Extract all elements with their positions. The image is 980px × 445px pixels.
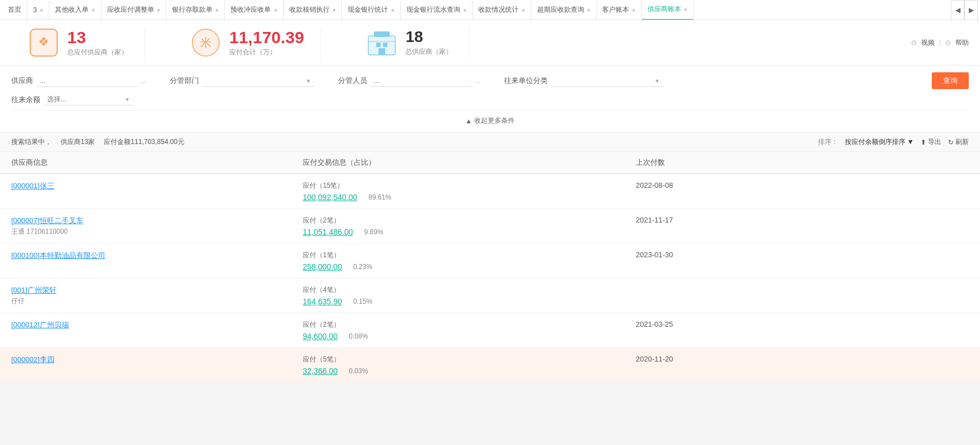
nav-tab-bank-deposit[interactable]: 银行存取款单 ×: [167, 0, 225, 20]
nav-tab-ar-ap-adjust[interactable]: 应收应付调整单 ×: [101, 0, 167, 20]
result-amount: 应付金额111,703,854.00元: [104, 137, 184, 147]
supplier-input[interactable]: [36, 75, 137, 87]
filter-row-2: 往来余额 ▼: [11, 94, 969, 105]
nav-tab-supplier-ledger[interactable]: 供应商账本 ×: [642, 0, 694, 20]
category-select-wrapper: ▼: [551, 75, 663, 87]
payable-supplier-icon: ❖: [28, 27, 59, 58]
nav-tab-other-income[interactable]: 其他收入单 ×: [49, 0, 101, 20]
total-suppliers-count: 18: [405, 29, 452, 46]
tx-amount[interactable]: 11,051,486.00: [303, 228, 353, 237]
nav-tab-3[interactable]: 3 ×: [27, 0, 49, 20]
filter-area: 供应商 ... 分管部门 ▼ 分管人员 ... 往来单位分类 ▼ 查询 往来: [0, 66, 980, 133]
supplier-label: 供应商: [11, 76, 33, 86]
total-supplier-icon: [366, 27, 397, 58]
nav-tab-cash-bank-stat[interactable]: 现金银行统计 ×: [342, 0, 400, 20]
nav-next-arrow[interactable]: ▶: [964, 0, 978, 20]
close-tab-prepay-ar[interactable]: ×: [274, 7, 277, 13]
collapse-icon: ▲: [465, 117, 472, 125]
result-prefix: 搜索结果中，: [11, 137, 52, 147]
svg-text:❖: ❖: [38, 35, 49, 49]
nav-tab-cash-bank-flow[interactable]: 现金银行流水查询 ×: [401, 0, 473, 20]
tx-amount[interactable]: 100,092,540.00: [303, 193, 357, 202]
stat-payable-amount: 米 11,170.39 应付合计（万）: [145, 27, 321, 58]
nav-tab-customer-ledger[interactable]: 客户账本 ×: [597, 0, 641, 20]
sort-label: 排序：: [818, 137, 838, 147]
stat-payable-suppliers: ❖ 13 总应付供应商（家）: [11, 27, 145, 58]
payable-suppliers-label: 总应付供应商（家）: [67, 48, 128, 57]
tx-amount[interactable]: 32,366.00: [303, 367, 338, 376]
supplier-filter: 供应商 ...: [11, 75, 146, 87]
balance-input[interactable]: [44, 94, 133, 105]
close-tab-collection-verify[interactable]: ×: [332, 7, 336, 13]
nav-tab-prepay-ar[interactable]: 预收冲应收单 ×: [225, 0, 283, 20]
tx-label: 应付（2笔）: [303, 216, 636, 225]
svg-rect-6: [376, 43, 381, 47]
supplier-info-cell: [000001]张三: [11, 181, 303, 191]
help-link[interactable]: 帮助: [955, 38, 969, 48]
tx-amount[interactable]: 164,635.90: [303, 297, 342, 306]
last-pay-cell: 2022-08-08: [636, 181, 969, 189]
payable-amount-value: 11,170.39: [229, 28, 304, 47]
close-tab-other-income[interactable]: ×: [91, 7, 95, 13]
last-pay-cell: 2020-11-20: [636, 355, 969, 363]
query-button[interactable]: 查询: [932, 72, 969, 89]
close-tab-3[interactable]: ×: [40, 7, 43, 13]
supplier-link[interactable]: [000007]恒旺二手叉车: [11, 216, 303, 226]
supplier-link[interactable]: [001]广州荣轩: [11, 285, 303, 295]
nav-tab-collection-stat[interactable]: 收款情况统计 ×: [473, 0, 531, 20]
stat-total-suppliers: 18 总供应商（家）: [321, 27, 470, 58]
svg-rect-5: [374, 31, 390, 37]
close-tab-bank-deposit[interactable]: ×: [215, 7, 219, 13]
total-suppliers-label: 总供应商（家）: [405, 47, 452, 57]
supplier-sub: 王通 17106110000: [11, 227, 303, 237]
category-filter: 往来单位分类 ▼: [504, 75, 663, 87]
col-supplier-info: 供应商信息: [11, 157, 303, 168]
supplier-link[interactable]: [000012]广州贝瑞: [11, 320, 303, 330]
dept-input[interactable]: [202, 75, 315, 87]
collapse-button[interactable]: ▲ 收起更多条件: [465, 114, 515, 128]
tx-label: 应付（15笔）: [303, 181, 636, 191]
close-tab-cash-bank-stat[interactable]: ×: [391, 7, 394, 13]
result-info: 搜索结果中， 供应商13家 应付金额111,703,854.00元: [11, 137, 184, 147]
balance-select-wrapper: ▼: [44, 94, 133, 105]
close-tab-collection-stat[interactable]: ×: [521, 7, 525, 13]
video-icon: ⊙: [911, 39, 917, 47]
supplier-link[interactable]: [000002]李四: [11, 355, 303, 365]
sort-arrow-icon: ▼: [907, 138, 914, 146]
nav-prev-arrow[interactable]: ◀: [951, 0, 964, 20]
payable-amount-label: 应付合计（万）: [229, 48, 304, 57]
tx-label: 应付（4笔）: [303, 285, 636, 295]
close-tab-overdue-ar[interactable]: ×: [587, 7, 590, 13]
tx-amount[interactable]: 258,000.00: [303, 262, 342, 271]
stat-payable-suppliers-content: 13 总应付供应商（家）: [67, 28, 128, 57]
tx-amount[interactable]: 94,600.00: [303, 332, 338, 341]
nav-tab-home[interactable]: 首页: [2, 0, 27, 20]
nav-tab-collection-verify[interactable]: 收款核销执行 ×: [284, 0, 342, 20]
nav-tab-overdue-ar[interactable]: 超期应收款查询 ×: [531, 0, 597, 20]
last-pay-cell: 2023-01-30: [636, 251, 969, 259]
tx-info-cell: 应付（2笔） 94,600.00 0.08%: [303, 320, 636, 341]
person-input[interactable]: [371, 75, 471, 87]
col-tx-info: 应付交易信息（占比）: [303, 157, 636, 168]
supplier-sub: 仔仔: [11, 296, 303, 306]
supplier-link[interactable]: [000100]本特勤油品有限公司: [11, 251, 303, 261]
nav-scroll-arrows: ◀ ▶: [951, 0, 978, 20]
close-tab-cash-bank-flow[interactable]: ×: [463, 7, 466, 13]
payable-amount-icon: 米: [190, 27, 221, 58]
dept-filter: 分管部门 ▼: [170, 75, 315, 87]
video-link[interactable]: 视频: [921, 38, 935, 48]
result-actions: 排序： 按应付余额倒序排序 ▼ ⬆ 导出 ↻ 刷新: [818, 137, 969, 147]
filter-row-1: 供应商 ... 分管部门 ▼ 分管人员 ... 往来单位分类 ▼ 查询: [11, 72, 969, 89]
close-tab-ar-ap-adjust[interactable]: ×: [157, 7, 160, 13]
export-button[interactable]: ⬆ 导出: [921, 137, 941, 147]
tx-info-cell: 应付（4笔） 164,635.90 0.15%: [303, 285, 636, 306]
category-input[interactable]: [551, 75, 663, 87]
tx-label: 应付（2笔）: [303, 320, 636, 330]
supplier-link[interactable]: [000001]张三: [11, 181, 303, 191]
refresh-button[interactable]: ↻ 刷新: [948, 137, 969, 147]
balance-filter: 往来余额 ▼: [11, 94, 133, 105]
sort-value[interactable]: 按应付余额倒序排序 ▼: [845, 137, 914, 147]
category-label: 往来单位分类: [504, 76, 548, 86]
close-tab-customer-ledger[interactable]: ×: [632, 7, 635, 13]
close-tab-supplier-ledger[interactable]: ×: [684, 6, 687, 13]
